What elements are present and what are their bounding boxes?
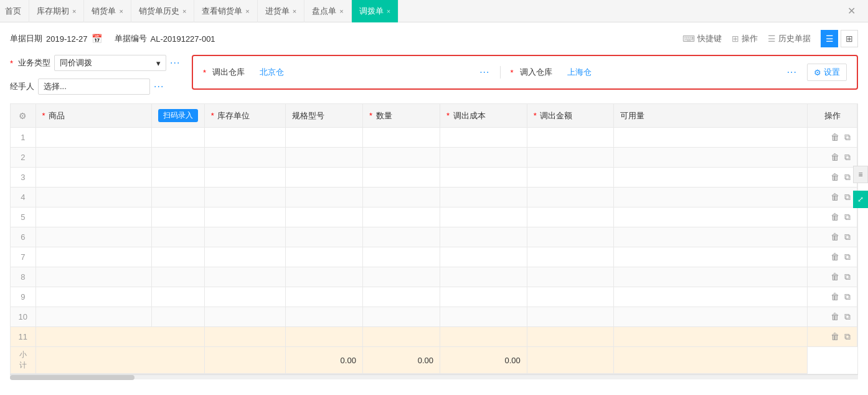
unit-cell-1[interactable] [204, 128, 285, 148]
qty-cell-6[interactable] [362, 227, 440, 247]
unit-cell-6[interactable] [204, 227, 285, 247]
product-cell-9[interactable] [35, 287, 151, 307]
cost-cell-9[interactable] [440, 287, 527, 307]
scroll-thumb[interactable] [10, 375, 134, 380]
spec-cell-7[interactable] [285, 247, 362, 267]
copy-icon-9[interactable]: ⧉ [844, 292, 851, 302]
tab-sales-order-close[interactable]: × [119, 7, 123, 15]
cost-cell-8[interactable] [440, 267, 527, 287]
unit-cell-8[interactable] [204, 267, 285, 287]
delete-icon-2[interactable]: 🗑 [831, 152, 839, 162]
handler-ellipsis[interactable]: ··· [154, 81, 164, 92]
tab-transfer-close[interactable]: × [387, 7, 390, 15]
tab-view-sales-close[interactable]: × [245, 7, 249, 15]
horizontal-scrollbar[interactable] [10, 374, 858, 379]
side-expand-btn[interactable]: ⤢ [853, 191, 868, 208]
qty-cell-4[interactable] [362, 188, 440, 207]
amount-cell-2[interactable] [527, 148, 614, 168]
amount-cell-3[interactable] [527, 168, 614, 188]
product-cell-1[interactable] [35, 128, 151, 148]
product-cell-11[interactable] [35, 327, 204, 347]
spec-cell-6[interactable] [285, 227, 362, 247]
shortcuts-btn[interactable]: ⌨ 快捷键 [682, 33, 722, 44]
amount-cell-4[interactable] [527, 188, 614, 207]
product-cell-10[interactable] [35, 307, 151, 327]
unit-cell-5[interactable] [204, 207, 285, 227]
cost-cell-11[interactable] [440, 327, 527, 347]
cost-cell-5[interactable] [440, 207, 527, 227]
amount-cell-1[interactable] [527, 128, 614, 148]
transfer-in-ellipsis[interactable]: ··· [787, 67, 797, 78]
qty-cell-7[interactable] [362, 247, 440, 267]
close-window-btn[interactable]: ✕ [840, 0, 863, 22]
product-cell-5[interactable] [35, 207, 151, 227]
delete-icon-4[interactable]: 🗑 [831, 192, 839, 202]
table-settings-icon[interactable]: ⚙ [19, 111, 27, 121]
cost-cell-6[interactable] [440, 227, 527, 247]
date-value[interactable]: 2019-12-27 [46, 34, 88, 44]
side-list-btn[interactable]: ≡ [853, 166, 868, 183]
cost-cell-2[interactable] [440, 148, 527, 168]
delete-icon-3[interactable]: 🗑 [831, 172, 839, 182]
qty-cell-11[interactable] [362, 327, 440, 347]
product-cell-3[interactable] [35, 168, 151, 188]
transfer-out-ellipsis[interactable]: ··· [479, 67, 489, 78]
delete-icon-6[interactable]: 🗑 [831, 232, 839, 242]
spec-cell-11[interactable] [285, 327, 362, 347]
copy-icon-5[interactable]: ⧉ [844, 212, 851, 222]
spec-cell-3[interactable] [285, 168, 362, 188]
amount-cell-7[interactable] [527, 247, 614, 267]
delete-icon-9[interactable]: 🗑 [831, 292, 839, 302]
history-btn[interactable]: ☰ 历史单据 [768, 33, 811, 44]
copy-icon-6[interactable]: ⧉ [844, 232, 851, 242]
amount-cell-5[interactable] [527, 207, 614, 227]
handler-input[interactable]: 选择... [38, 79, 150, 95]
unit-cell-7[interactable] [204, 247, 285, 267]
spec-cell-8[interactable] [285, 267, 362, 287]
copy-icon-4[interactable]: ⧉ [844, 192, 851, 202]
business-type-ellipsis[interactable]: ··· [170, 57, 180, 69]
tab-view-sales[interactable]: 查看销货单 × [194, 0, 257, 22]
qty-cell-8[interactable] [362, 267, 440, 287]
unit-cell-10[interactable] [204, 307, 285, 327]
product-cell-4[interactable] [35, 188, 151, 207]
product-cell-6[interactable] [35, 227, 151, 247]
amount-cell-6[interactable] [527, 227, 614, 247]
calendar-icon[interactable]: 📅 [92, 34, 102, 44]
qty-cell-3[interactable] [362, 168, 440, 188]
tab-sales-history[interactable]: 销货单历史 × [131, 0, 194, 22]
tab-inventory-check[interactable]: 盘点单 × [304, 0, 351, 22]
delete-icon-8[interactable]: 🗑 [831, 272, 839, 282]
unit-cell-4[interactable] [204, 188, 285, 207]
copy-icon-2[interactable]: ⧉ [844, 152, 851, 162]
qty-cell-5[interactable] [362, 207, 440, 227]
spec-cell-9[interactable] [285, 287, 362, 307]
tab-home[interactable]: 首页 [5, 0, 29, 22]
cost-cell-4[interactable] [440, 188, 527, 207]
spec-cell-4[interactable] [285, 188, 362, 207]
product-cell-7[interactable] [35, 247, 151, 267]
amount-cell-9[interactable] [527, 287, 614, 307]
transfer-out-value[interactable]: 北京仓 [260, 67, 284, 78]
grid-view-btn[interactable]: ⊞ [841, 30, 858, 47]
tab-inventory-check-close[interactable]: × [339, 7, 343, 15]
amount-cell-8[interactable] [527, 267, 614, 287]
delete-icon-11[interactable]: 🗑 [831, 331, 839, 341]
spec-cell-10[interactable] [285, 307, 362, 327]
spec-cell-5[interactable] [285, 207, 362, 227]
scan-entry-btn[interactable]: 扫码录入 [158, 109, 198, 122]
list-view-btn[interactable]: ☰ [821, 30, 838, 47]
unit-cell-2[interactable] [204, 148, 285, 168]
tab-sales-history-close[interactable]: × [182, 7, 186, 15]
business-type-input[interactable]: 同价调拨 ▾ [54, 55, 166, 71]
settings-button[interactable]: ⚙ 设置 [807, 64, 847, 81]
copy-icon-7[interactable]: ⧉ [844, 252, 851, 262]
copy-icon-3[interactable]: ⧉ [844, 172, 851, 182]
delete-icon-10[interactable]: 🗑 [831, 312, 839, 321]
unit-cell-11[interactable] [204, 327, 285, 347]
delete-icon-7[interactable]: 🗑 [831, 252, 839, 262]
spec-cell-2[interactable] [285, 148, 362, 168]
product-cell-2[interactable] [35, 148, 151, 168]
product-cell-8[interactable] [35, 267, 151, 287]
tab-sales-order[interactable]: 销货单 × [84, 0, 131, 22]
